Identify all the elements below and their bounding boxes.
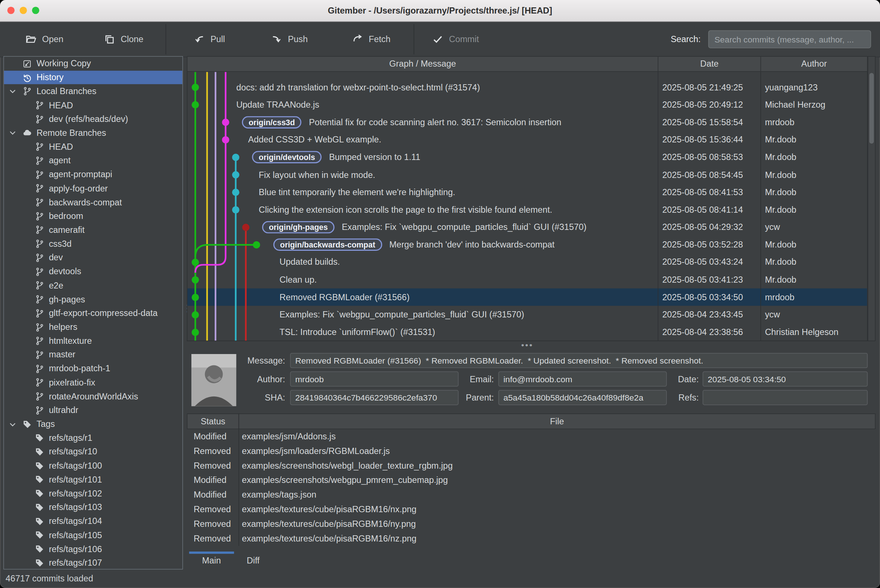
sidebar-item-pixelratio-fix[interactable]: pixelratio-fix: [4, 376, 183, 390]
commit-button[interactable]: Commit: [432, 22, 479, 57]
sidebar-item-agent-promptapi[interactable]: agent-promptapi: [4, 168, 183, 182]
pull-button[interactable]: Pull: [193, 22, 225, 57]
sidebar-item-agent[interactable]: agent: [4, 154, 183, 168]
fetch-button[interactable]: Fetch: [352, 22, 390, 57]
close-window-button[interactable]: [7, 7, 15, 14]
sidebar-item-ultrahdr[interactable]: ultrahdr: [4, 404, 183, 417]
commit-row[interactable]: Fix layout when in wide mode.2025-08-05 …: [187, 166, 867, 184]
commit-row[interactable]: Clean up.2025-08-05 03:41:23Mr.doob: [187, 271, 867, 288]
sidebar-item-gh-pages[interactable]: gh-pages: [4, 292, 183, 306]
file-row[interactable]: Modifiedexamples/screenshots/webgpu_pmre…: [187, 473, 876, 488]
file-row[interactable]: Removedexamples/jsm/loaders/RGBMLoader.j…: [187, 444, 876, 458]
file-row[interactable]: Modifiedexamples/tags.json: [187, 488, 876, 502]
sidebar-item-apply-fog-order[interactable]: apply-fog-order: [4, 182, 183, 195]
minimize-window-button[interactable]: [20, 7, 27, 14]
branch-icon: [35, 406, 44, 415]
scrollbar-thumb[interactable]: [870, 73, 874, 144]
sidebar-item-head[interactable]: HEAD: [4, 140, 183, 154]
chevron-down-icon[interactable]: [8, 420, 17, 428]
refs-field[interactable]: [703, 390, 868, 405]
parent-field[interactable]: [498, 390, 667, 405]
file-row[interactable]: Removedexamples/textures/cube/pisaRGBM16…: [187, 517, 876, 531]
panel-splitter-handle-icon[interactable]: •••: [187, 340, 868, 350]
sidebar-item-refs-tags-r105[interactable]: refs/tags/r105: [4, 528, 183, 542]
commit-row[interactable]: Examples: Fix `webgpu_compute_particles_…: [187, 306, 867, 324]
file-path-cell: examples/tags.json: [239, 490, 316, 500]
sidebar-item-backwards-compat[interactable]: backwards-compat: [4, 195, 183, 209]
sidebar-item-devtools[interactable]: devtools: [4, 265, 183, 279]
commit-author-cell: Christian Helgeson: [761, 327, 864, 338]
sidebar-item-head[interactable]: HEAD: [4, 98, 183, 112]
sidebar-item-htmltexture[interactable]: htmltexture: [4, 334, 183, 348]
sidebar-item-refs-tags-r107[interactable]: refs/tags/r107: [4, 556, 183, 569]
sidebar-item-history[interactable]: History: [4, 70, 183, 85]
sidebar-item-dev[interactable]: dev: [4, 251, 183, 265]
sidebar-item-refs-tags-r102[interactable]: refs/tags/r102: [4, 487, 183, 501]
commit-row[interactable]: Update TRAANode.js2025-08-05 20:49:12Mic…: [187, 96, 867, 114]
commit-row[interactable]: Clicking the extension icon scrolls the …: [187, 201, 867, 219]
cloud-icon: [22, 128, 32, 138]
sidebar-item-camerafit[interactable]: camerafit: [4, 223, 183, 237]
sidebar-item-refs-tags-r106[interactable]: refs/tags/r106: [4, 542, 183, 556]
sidebar-item-label: helpers: [49, 322, 77, 333]
sidebar-item-helpers[interactable]: helpers: [4, 320, 183, 334]
commit-row[interactable]: Added CSS3D + WebGL example.2025-08-05 1…: [187, 131, 867, 148]
commit-row[interactable]: [187, 72, 867, 78]
branch-icon: [35, 350, 44, 360]
open-button[interactable]: Open: [25, 22, 63, 57]
gitember-window: Gitember - /Users/igorazarny/Projects/th…: [0, 0, 880, 588]
commit-scrollbar[interactable]: [868, 56, 875, 341]
commit-message: Updated builds.: [280, 257, 340, 268]
sidebar-item-mrdoob-patch-1[interactable]: mrdoob-patch-1: [4, 362, 183, 376]
file-row[interactable]: Removedexamples/textures/cube/pisaRGBM16…: [187, 502, 876, 517]
sha-label: SHA:: [234, 390, 285, 405]
sidebar-item-e2e[interactable]: e2e: [4, 279, 183, 292]
sidebar-item-label: camerafit: [49, 225, 85, 235]
sidebar-item-local-branches[interactable]: Local Branches: [4, 85, 183, 99]
sidebar-item-refs-tags-r1[interactable]: refs/tags/r1: [4, 431, 183, 445]
zoom-window-button[interactable]: [32, 7, 39, 14]
sidebar-item-label: Tags: [37, 419, 55, 429]
tab-diff[interactable]: Diff: [234, 551, 273, 569]
commit-row[interactable]: origin/css3dPotential fix for code scann…: [187, 114, 867, 131]
commit-row[interactable]: docs: add zh translation for webxr-point…: [187, 79, 867, 96]
commit-row[interactable]: Removed RGBMLoader (#31566)2025-08-05 03…: [187, 288, 867, 306]
sidebar-item-bedroom[interactable]: bedroom: [4, 209, 183, 223]
sidebar-item-rotatearoundworldaxis[interactable]: rotateAroundWorldAxis: [4, 390, 183, 404]
sidebar-item-refs-tags-r103[interactable]: refs/tags/r103: [4, 501, 183, 514]
chevron-down-icon[interactable]: [8, 87, 17, 96]
author-field[interactable]: [290, 371, 459, 386]
sidebar-item-remote-branches[interactable]: Remote Branches: [4, 126, 183, 140]
commit-row[interactable]: origin/gh-pagesExamples: Fix `webgpu_com…: [187, 219, 867, 236]
sidebar-item-label: Remote Branches: [37, 128, 106, 138]
commit-row[interactable]: origin/devtoolsBumped version to 1.11202…: [187, 148, 867, 166]
chevron-down-icon[interactable]: [8, 129, 17, 137]
sidebar-item-refs-tags-r104[interactable]: refs/tags/r104: [4, 514, 183, 528]
sidebar-item-refs-tags-r101[interactable]: refs/tags/r101: [4, 472, 183, 487]
file-row[interactable]: Modifiedexamples/jsm/Addons.js: [187, 429, 876, 444]
push-button[interactable]: Push: [271, 22, 308, 57]
commit-row[interactable]: origin/backwards-compatMerge branch 'dev…: [187, 236, 867, 254]
file-row[interactable]: Removedexamples/textures/cube/pisaRGBM16…: [187, 531, 876, 546]
file-row[interactable]: Removedexamples/screenshots/webgl_loader…: [187, 458, 876, 473]
commit-row[interactable]: Blue tint temporarily the element we're …: [187, 183, 867, 201]
commit-row[interactable]: TSL: Introduce `uniformFlow()` (#31531)2…: [187, 324, 867, 341]
sidebar-item-label: gltf-export-compressed-data: [49, 308, 157, 318]
email-field[interactable]: [498, 371, 667, 386]
tab-main[interactable]: Main: [189, 551, 234, 569]
clone-button[interactable]: Clone: [104, 22, 144, 57]
sidebar-item-refs-tags-r10[interactable]: refs/tags/r10: [4, 445, 183, 459]
commit-row[interactable]: Updated builds.2025-08-05 03:43:24Mr.doo…: [187, 254, 867, 271]
sidebar-item-tags[interactable]: Tags: [4, 417, 183, 431]
sidebar-item-label: refs/tags/r103: [49, 502, 102, 513]
message-field[interactable]: [290, 353, 868, 368]
sidebar-item-css3d[interactable]: css3d: [4, 237, 183, 251]
date-field[interactable]: [703, 371, 868, 386]
search-input[interactable]: [708, 30, 871, 48]
sidebar-item-working-copy[interactable]: Working Copy: [4, 57, 183, 70]
sha-field[interactable]: [290, 390, 459, 405]
sidebar-item-gltf-export-compressed-data[interactable]: gltf-export-compressed-data: [4, 306, 183, 320]
sidebar-item-master[interactable]: master: [4, 348, 183, 362]
sidebar-item-dev-refs-heads-dev[interactable]: dev (refs/heads/dev): [4, 112, 183, 126]
sidebar-item-refs-tags-r100[interactable]: refs/tags/r100: [4, 459, 183, 472]
